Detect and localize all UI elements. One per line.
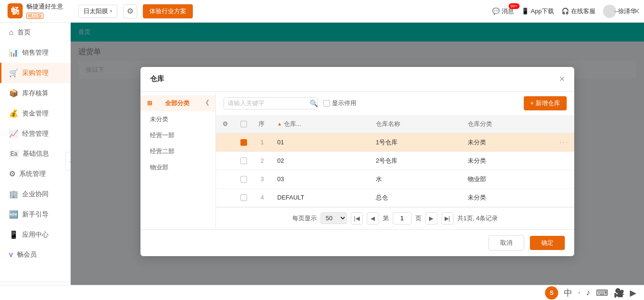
col-code-header[interactable]: ▲ 仓库... <box>272 115 370 133</box>
sidebar-collapse-btn[interactable]: ‹ <box>66 152 71 171</box>
service-label: 在线客服 <box>571 7 595 16</box>
page-number-input[interactable] <box>393 212 412 225</box>
row-more-cell[interactable] <box>554 188 574 207</box>
col-name-header[interactable]: 仓库名称 <box>370 115 462 133</box>
sidebar-label-stock: 库存核算 <box>22 89 49 98</box>
category-item-ops2[interactable]: 经营二部 <box>140 143 215 159</box>
confirm-button[interactable]: 确定 <box>530 236 565 250</box>
row-more-cell[interactable]: ··· <box>554 133 574 151</box>
maximize-button[interactable]: □ <box>624 7 629 17</box>
sidebar-item-sales[interactable]: 📊 销售管理 <box>0 42 70 63</box>
category-item-ops1[interactable]: 经营一部 <box>140 127 215 143</box>
table-row[interactable]: 2 02 2号仓库 未分类 <box>216 151 574 170</box>
experience-btn[interactable]: 体验行业方案 <box>143 4 193 18</box>
sidebar-item-member[interactable]: V 畅会员 <box>0 245 70 265</box>
last-page-button[interactable]: ▶| <box>441 212 454 225</box>
keyboard-icon[interactable]: ⌨ <box>596 288 608 298</box>
row-code-cell: DEFAULT <box>272 188 370 207</box>
sidebar-item-system[interactable]: ⚙ 系统管理 <box>0 164 70 184</box>
col-num-header: 序 <box>253 115 272 133</box>
all-categories-item[interactable]: ⊞ 全部分类 《 <box>140 95 215 111</box>
row-settings-cell <box>216 188 235 207</box>
audio-status-icon[interactable]: ♪ <box>586 288 590 298</box>
modal-title: 仓库 <box>150 75 164 83</box>
search-icon[interactable]: 🔍 <box>310 100 318 107</box>
select-all-checkbox[interactable] <box>240 121 247 127</box>
modal-body: ⊞ 全部分类 《 未分类 经营一部 经营二部 <box>140 92 574 229</box>
sidebar-item-stock[interactable]: 📦 库存核算 <box>0 83 70 103</box>
camera-icon[interactable]: 🎥 <box>614 288 624 298</box>
sidebar-item-basic[interactable]: Ea 基础信息 <box>0 144 70 164</box>
col-code-label: 仓库... <box>284 120 301 128</box>
sidebar-item-guide[interactable]: 🆕 新手引导 <box>0 204 70 225</box>
table-row[interactable]: 3 03 水 物业部 <box>216 170 574 188</box>
col-checkbox-header[interactable] <box>235 115 253 133</box>
guide-icon: 🆕 <box>9 210 18 219</box>
pagination: 每页显示 50 20 100 |◀ ◀ 第 页 ▶ <box>216 207 574 229</box>
sidebar: ⌂ 首页 📊 销售管理 🛒 采购管理 📦 库存核算 💰 资金管理 📈 经营管理 … <box>0 23 71 300</box>
search-input[interactable] <box>228 100 307 107</box>
dot-icon: · <box>578 288 580 298</box>
row-name-cell: 1号仓库 <box>370 133 462 151</box>
row-checkbox-cell[interactable] <box>235 188 253 207</box>
col-settings-header[interactable]: ⚙ <box>216 115 235 133</box>
show-disabled-checkbox[interactable] <box>323 100 330 107</box>
data-table: ⚙ 序 ▲ 仓库... <box>216 115 574 207</box>
table-row[interactable]: 4 DEFAULT 总仓 未分类 <box>216 188 574 207</box>
add-warehouse-button[interactable]: + 新增仓库 <box>524 96 567 110</box>
sidebar-item-purchase[interactable]: 🛒 采购管理 <box>0 63 70 83</box>
customer-service-action[interactable]: 🎧 在线客服 <box>561 7 595 16</box>
category-item-property[interactable]: 物业部 <box>140 159 215 175</box>
modal-overlay: 仓库 × ⊞ 全部分类 《 未分类 <box>71 23 644 300</box>
table-row[interactable]: 1 01 1号仓库 未分类 ··· <box>216 133 574 151</box>
row-code-cell: 01 <box>272 133 370 151</box>
cancel-button[interactable]: 取消 <box>488 235 524 250</box>
stock-icon: 📦 <box>9 89 18 98</box>
next-page-button[interactable]: ▶ <box>425 212 438 225</box>
row-name-cell: 2号仓库 <box>370 151 462 170</box>
more-icon[interactable]: ··· <box>560 138 569 146</box>
row-category-cell: 物业部 <box>462 170 554 188</box>
sidebar-item-home[interactable]: ⌂ 首页 <box>0 23 70 42</box>
minimize-button[interactable]: ─ <box>614 7 620 17</box>
per-page-select[interactable]: 50 20 100 <box>321 212 347 224</box>
chinese-input-icon[interactable]: 中 <box>564 287 572 299</box>
modal-close-button[interactable]: × <box>559 74 565 84</box>
prev-page-button[interactable]: ◀ <box>367 212 379 225</box>
category-item-unclassified[interactable]: 未分类 <box>140 111 215 127</box>
row-checkbox[interactable] <box>240 158 247 164</box>
ops-icon: 📈 <box>9 129 18 138</box>
sort-icon: ▲ <box>277 121 282 126</box>
status-bar: S 中 · ♪ ⌨ 🎥 ▶ <box>0 285 644 300</box>
search-box: 🔍 <box>223 97 318 109</box>
store-selector[interactable]: 日太阳膜 ▾ <box>78 5 117 18</box>
row-checkbox[interactable] <box>240 176 247 183</box>
row-checkbox-cell[interactable] <box>235 151 253 170</box>
settings-button[interactable]: ⚙ <box>123 4 137 18</box>
app-logo-icon: 畅 <box>8 3 23 18</box>
chevron-left-icon[interactable]: 《 <box>202 99 209 108</box>
first-page-button[interactable]: |◀ <box>351 212 363 225</box>
col-category-header[interactable]: 仓库分类 <box>462 115 554 133</box>
sidebar-item-finance[interactable]: 💰 资金管理 <box>0 103 70 124</box>
main-layout: ⌂ 首页 📊 销售管理 🛒 采购管理 📦 库存核算 💰 资金管理 📈 经营管理 … <box>0 23 644 300</box>
row-checkbox[interactable] <box>240 194 247 201</box>
message-action[interactable]: 💬 消息 99+ <box>492 7 514 16</box>
table-body: 1 01 1号仓库 未分类 ··· <box>216 133 574 207</box>
table-header: ⚙ 序 ▲ 仓库... <box>216 115 574 133</box>
row-checkbox[interactable] <box>240 139 247 146</box>
row-checkbox-cell[interactable] <box>235 133 253 151</box>
apps-icon: 📱 <box>9 230 18 239</box>
row-checkbox-cell[interactable] <box>235 170 253 188</box>
row-more-cell[interactable] <box>554 170 574 188</box>
per-page-label: 每页显示 <box>292 214 317 223</box>
close-window-button[interactable]: ✕ <box>633 6 640 17</box>
table-panel: 🔍 显示停用 + 新增仓库 <box>216 92 574 229</box>
app-download-action[interactable]: 📱 App下载 <box>521 7 554 16</box>
sidebar-item-ops[interactable]: 📈 经营管理 <box>0 124 70 144</box>
sidebar-item-corp[interactable]: 🏢 企业协同 <box>0 184 70 204</box>
sidebar-label-system: 系统管理 <box>19 170 46 178</box>
sidebar-item-apps[interactable]: 📱 应用中心 <box>0 225 70 245</box>
row-more-cell[interactable] <box>554 151 574 170</box>
play-icon[interactable]: ▶ <box>630 288 636 298</box>
